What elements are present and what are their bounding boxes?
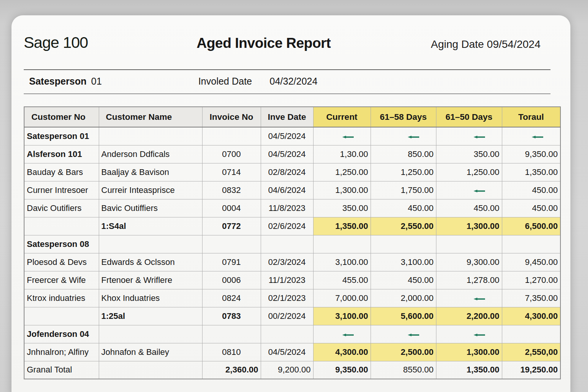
dash-icon	[474, 189, 485, 193]
table-cell: 0714	[202, 163, 261, 181]
salesperson-label: Satesperson	[29, 76, 87, 87]
table-cell	[436, 181, 502, 199]
table-cell: 1,278.00	[436, 271, 502, 289]
table-cell: 9,350.00	[502, 145, 560, 163]
table-row: Jofenderson 04	[24, 325, 560, 343]
table-cell: Bavic Outiffiers	[99, 199, 202, 217]
table-cell: 19,250.00	[502, 361, 560, 379]
table-cell: 3,100.00	[313, 253, 371, 271]
table-cell: 04/5/2024	[261, 145, 313, 163]
table-cell: Bauday & Bars	[24, 163, 99, 181]
salesperson-value: 01	[91, 76, 102, 87]
table-cell: 3,100.00	[371, 253, 436, 271]
table-cell: 9,200.00	[261, 361, 313, 379]
table-cell: 4,300.00	[502, 307, 560, 325]
table-cell: 1,350.00	[436, 361, 502, 379]
table-cell: 350.00	[436, 145, 502, 163]
aged-invoice-table: Customer NoCustomer NameInvoice NoInve D…	[24, 106, 561, 379]
table-cell: 450.00	[502, 199, 560, 217]
table-cell	[99, 127, 202, 145]
table-cell: Edwards & Oclsson	[99, 253, 202, 271]
column-header: Customer Name	[99, 107, 202, 127]
table-row: 1:25al078300/2/20243,100.005,600.002,200…	[24, 307, 560, 325]
table-row: 1:S4al077202/6/20241,350.002,550.001,300…	[24, 217, 560, 235]
table-row: Curner IntresoerCurreir Inteasprisce0832…	[24, 181, 560, 199]
table-cell: 2,360.00	[202, 361, 261, 379]
table-header-row: Customer NoCustomer NameInvoice NoInve D…	[24, 107, 560, 127]
column-header: Toraul	[502, 107, 560, 127]
column-header: Current	[313, 107, 371, 127]
table-cell: 450.00	[436, 199, 502, 217]
table-cell: Granal Total	[24, 361, 99, 379]
dash-icon	[342, 333, 354, 337]
table-cell: 02/1/2023	[261, 289, 313, 307]
table-cell: Curner Intresoer	[24, 181, 99, 199]
table-cell	[261, 235, 313, 253]
table-cell: Alsferson 101	[24, 145, 99, 163]
table-cell: Khox Induatries	[99, 289, 202, 307]
table-cell: 450.00	[371, 199, 436, 217]
table-cell: 02/6/2024	[261, 217, 313, 235]
table-cell	[24, 217, 99, 235]
table-cell: Baaljay & Bavison	[99, 163, 202, 181]
table-cell: 0832	[202, 181, 261, 199]
table-row: Satesperson 08	[24, 235, 560, 253]
table-row: Davic OutifiersBavic Outiffiers000411/8/…	[24, 199, 560, 217]
table-cell: 1,750.00	[371, 181, 436, 199]
table-cell	[261, 325, 313, 343]
dash-icon	[474, 333, 485, 337]
table-row: Satesperson 0104/5/2024	[24, 127, 560, 145]
table-cell: 2,200.00	[436, 307, 502, 325]
table-cell: 1:25al	[99, 307, 202, 325]
table-cell: 2,000.00	[371, 289, 436, 307]
table-cell: 1,30.00	[313, 145, 371, 163]
table-cell: Satesperson 08	[24, 235, 99, 253]
table-cell: Ploesod & Devs	[24, 253, 99, 271]
table-cell: 0791	[202, 253, 261, 271]
table-cell	[99, 235, 202, 253]
table-cell: 350.00	[313, 199, 371, 217]
table-cell	[436, 235, 502, 253]
table-row: Ploesod & DevsEdwards & Oclsson079102/3/…	[24, 253, 560, 271]
invoice-date-value: 04/32/2024	[270, 76, 317, 87]
table-cell: 0004	[202, 199, 261, 217]
table-row: Jnhnalron; AlfinyJohnafon & Bailey081004…	[24, 343, 560, 361]
table-cell: 2,550.00	[371, 217, 436, 235]
table-cell	[313, 235, 371, 253]
table-cell: 0783	[202, 307, 261, 325]
app-logo: Sage 100	[24, 34, 219, 52]
table-cell: 1,250.00	[371, 163, 436, 181]
table-cell: 1,300.00	[436, 217, 502, 235]
table-cell: 0700	[202, 145, 261, 163]
table-cell: 11/1/2023	[261, 271, 313, 289]
table-row: Granal Total2,360.009,200.009,350.008550…	[24, 361, 560, 379]
table-cell	[202, 127, 261, 145]
table-cell: 04/5/2024	[261, 127, 313, 145]
table-cell: 5,600.00	[371, 307, 436, 325]
table-cell: Satesperson 01	[24, 127, 99, 145]
dash-icon	[408, 333, 419, 337]
table-cell	[502, 127, 560, 145]
table-cell: 450.00	[502, 181, 560, 199]
table-row: Bauday & BarsBaaljay & Bavison071402/8/2…	[24, 163, 560, 181]
table-cell	[502, 325, 560, 343]
table-row: Ktrox induatriesKhox Induatries082402/1/…	[24, 289, 560, 307]
table-cell: Ktrox induatries	[24, 289, 99, 307]
table-cell: Freercer & Wife	[24, 271, 99, 289]
report-table-body: Satesperson 0104/5/2024Alsferson 101Ande…	[24, 127, 560, 379]
table-cell: 3,100.00	[313, 307, 371, 325]
table-cell: 2,500.00	[371, 343, 436, 361]
table-cell	[436, 289, 502, 307]
table-cell: 4,300.00	[313, 343, 371, 361]
table-cell: 9,300.00	[436, 253, 502, 271]
invoice-date-label: Involed Date	[198, 76, 252, 87]
page-title: Aged Invoice Report	[196, 35, 330, 51]
table-cell: 9,450.00	[502, 253, 560, 271]
table-cell: Frtenoer & Wriflere	[99, 271, 202, 289]
table-cell: 0810	[202, 343, 261, 361]
table-cell: 1,250.00	[313, 163, 371, 181]
table-cell: 1,250.00	[436, 163, 502, 181]
column-header: Invoice No	[202, 107, 261, 127]
table-cell: 450.00	[371, 271, 436, 289]
filter-row: Satesperson 01 Involed Date 04/32/2024	[24, 69, 550, 94]
